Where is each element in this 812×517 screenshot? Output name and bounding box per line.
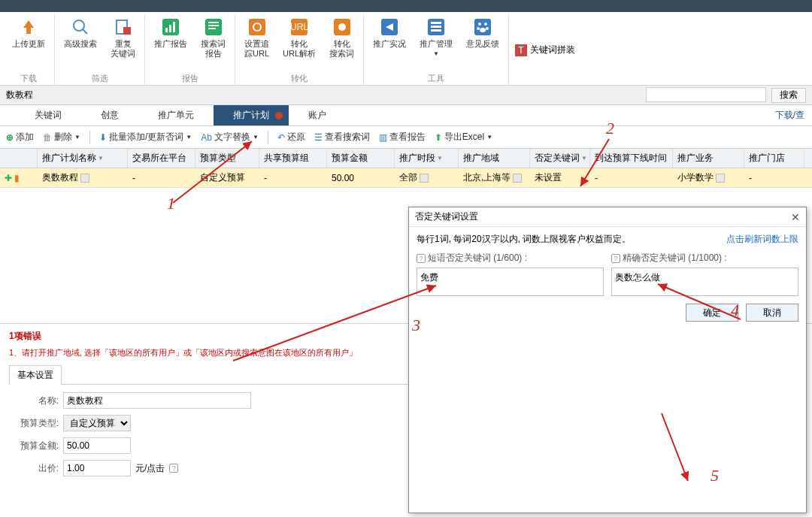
- close-icon[interactable]: ✕: [791, 211, 800, 223]
- svg-rect-6: [169, 25, 171, 32]
- toolbar: ⊕添加 🗑删除▼ ⬇批量添加/更新否词▼ Ab文字替换▼ ↶还原 ☰查看搜索词 …: [0, 126, 812, 149]
- gh-icon[interactable]: [0, 149, 38, 168]
- url-parse-button[interactable]: URL 转化 URL解析: [280, 15, 319, 60]
- gh-region[interactable]: 推广地域: [459, 149, 530, 168]
- svg-point-17: [338, 23, 346, 31]
- edit-icon[interactable]: [513, 174, 522, 183]
- viewwords-button[interactable]: ☰查看搜索词: [314, 131, 370, 144]
- phrase-neg-textarea[interactable]: [417, 268, 604, 296]
- group-label: 报告: [182, 73, 198, 84]
- advanced-search-button[interactable]: 高级搜索: [61, 15, 100, 60]
- svg-rect-12: [249, 19, 265, 35]
- annotation-3: 3: [412, 316, 420, 335]
- promo-live-button[interactable]: 推广实况: [370, 15, 409, 60]
- mix-icon: T: [515, 44, 527, 56]
- promo-manage-button[interactable]: 推广管理 ▼: [417, 15, 456, 60]
- export-button[interactable]: ⬆导出Excel▼: [435, 131, 492, 144]
- bid-input[interactable]: [63, 460, 131, 476]
- group-label: 工具: [428, 73, 444, 84]
- help-icon[interactable]: ?: [417, 254, 426, 263]
- svg-rect-20: [431, 22, 441, 24]
- gh-store[interactable]: 推广门店: [744, 149, 804, 168]
- search-word-button[interactable]: 转化 搜索词: [326, 15, 357, 60]
- search-report-button[interactable]: 搜索词 报告: [198, 15, 229, 60]
- dialog-info: 每行1词, 每词20汉字以内, 词数上限视客户权益而定。: [417, 233, 631, 246]
- tab-unit[interactable]: 推广单元: [138, 105, 214, 125]
- gh-reach[interactable]: 到达预算下线时间: [590, 149, 673, 168]
- gh-shared[interactable]: 共享预算组: [259, 149, 327, 168]
- edit-icon[interactable]: [420, 174, 429, 183]
- textreplace-button[interactable]: Ab文字替换▼: [201, 131, 259, 144]
- gh-amount[interactable]: 预算金额: [327, 149, 395, 168]
- gh-budget-type[interactable]: 预算类型: [195, 149, 259, 168]
- annotation-2: 2: [606, 119, 614, 138]
- gh-platform[interactable]: 交易所在平台: [128, 149, 195, 168]
- keyword-mix-button[interactable]: T 关键词拼装: [509, 15, 581, 85]
- track-url-button[interactable]: 设置追 踪URL: [241, 15, 272, 60]
- gh-name[interactable]: 推广计划名称▼: [38, 149, 128, 168]
- grid-row[interactable]: ✚▮ 奥数教程 - 自定义预算 - 50.00 全部 北京,上海等 未设置 - …: [0, 168, 812, 188]
- search-button[interactable]: 搜索: [771, 88, 806, 103]
- row-name: 奥数教程: [42, 171, 78, 184]
- name-input[interactable]: [63, 392, 251, 409]
- budget-type-select[interactable]: 自定义预算: [63, 415, 131, 431]
- word-icon: [332, 17, 353, 38]
- promo-report-button[interactable]: 推广报告: [151, 15, 190, 60]
- upload-refresh-button[interactable]: 上传更新: [9, 15, 48, 50]
- help-icon[interactable]: ?: [611, 254, 620, 263]
- svg-rect-3: [123, 27, 131, 35]
- search-icon: [70, 17, 91, 38]
- feedback-button[interactable]: 意见反馈: [463, 15, 502, 60]
- svg-point-0: [74, 20, 84, 31]
- edit-icon[interactable]: [80, 174, 89, 183]
- svg-rect-7: [173, 22, 175, 32]
- edit-icon[interactable]: [716, 174, 725, 183]
- viewreport-button[interactable]: ▥查看报告: [379, 131, 426, 144]
- svg-rect-21: [431, 26, 441, 28]
- manage-icon: [426, 17, 447, 38]
- plus-icon: ✚: [5, 173, 12, 183]
- annotation-4: 4: [731, 301, 739, 320]
- ribbon-group-report: 推广报告 搜索词 报告 报告: [145, 15, 235, 86]
- download-link[interactable]: 下载/查: [768, 105, 812, 125]
- amount-input[interactable]: [63, 437, 131, 454]
- svg-rect-11: [208, 28, 216, 29]
- svg-point-25: [484, 23, 487, 26]
- refresh-limit-link[interactable]: 点击刷新词数上限: [726, 233, 798, 246]
- tab-keyword[interactable]: 关键词: [15, 105, 81, 125]
- tabs: 关键词 创意 推广单元 推广计划 账户 下载/查: [0, 105, 812, 126]
- ribbon-group-download: 上传更新 下载: [3, 15, 55, 86]
- add-button[interactable]: ⊕添加: [6, 131, 34, 144]
- gh-biz[interactable]: 推广业务: [673, 149, 744, 168]
- negative-keyword-dialog: 否定关键词设置 ✕ 每行1词, 每词20汉字以内, 词数上限视客户权益而定。 点…: [408, 207, 807, 513]
- svg-rect-23: [474, 19, 491, 35]
- svg-rect-8: [205, 19, 222, 35]
- svg-rect-5: [165, 28, 168, 32]
- restore-button[interactable]: ↶还原: [277, 131, 305, 144]
- group-label: 筛选: [92, 73, 108, 84]
- tab-plan[interactable]: 推广计划: [214, 105, 289, 125]
- search-input[interactable]: [646, 87, 766, 102]
- help-icon[interactable]: ?: [169, 464, 178, 473]
- delete-button[interactable]: 🗑删除▼: [43, 131, 80, 144]
- gh-neg[interactable]: 否定关键词▼: [530, 149, 590, 168]
- batch-button[interactable]: ⬇批量添加/更新否词▼: [99, 131, 192, 144]
- flag-icon: ▮: [14, 173, 20, 183]
- tab-account[interactable]: 账户: [289, 105, 346, 125]
- dup-icon: [113, 17, 134, 38]
- ribbon-group-tools: 推广实况 推广管理 ▼ 意见反馈 工具: [364, 15, 509, 86]
- svg-line-1: [83, 29, 87, 34]
- settings-tab[interactable]: 基本设置: [9, 365, 62, 385]
- cancel-button[interactable]: 取消: [746, 304, 798, 322]
- group-label: 转化: [291, 73, 308, 84]
- gh-period[interactable]: 推广时段▼: [395, 149, 459, 168]
- dup-keywords-button[interactable]: 重复 关键词: [108, 15, 138, 60]
- tab-creative[interactable]: 创意: [81, 105, 138, 125]
- dialog-title: 否定关键词设置: [415, 210, 478, 223]
- exact-neg-textarea[interactable]: [611, 268, 798, 296]
- paw-icon: [472, 17, 493, 38]
- grid-header: 推广计划名称▼ 交易所在平台 预算类型 共享预算组 预算金额 推广时段▼ 推广地…: [0, 149, 812, 168]
- svg-rect-9: [208, 22, 219, 23]
- ribbon-group-conversion: 设置追 踪URL URL 转化 URL解析 转化 搜索词 转化: [235, 15, 364, 86]
- svg-point-28: [480, 28, 486, 32]
